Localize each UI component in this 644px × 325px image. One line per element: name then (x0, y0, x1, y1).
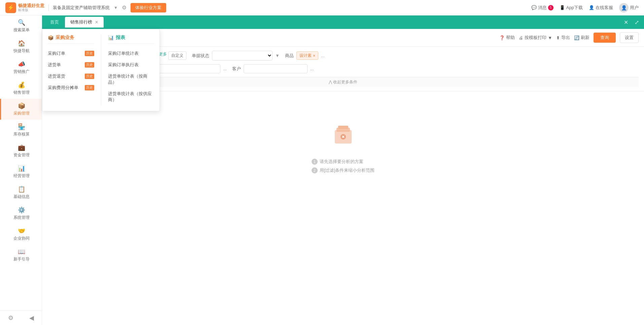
dropdown-item-order-exec[interactable]: 采购订单执行表 (108, 59, 154, 71)
dropdown-item-receipt-by-product[interactable]: 进货单统计表（按商品） (108, 71, 154, 88)
header-right: 💬 消息 5 📱 App下载 👤 在线客服 👤 用户 (531, 3, 639, 12)
operations-icon: 📊 (18, 165, 25, 172)
dropdown-item-purchase-expense[interactable]: 采购费用分摊单 历史 (48, 82, 94, 93)
purchase-col-label: 采购业务 (56, 35, 74, 41)
help-action[interactable]: ❓ 帮助 (499, 35, 515, 41)
export-action[interactable]: ⬆ 导出 (556, 35, 570, 41)
sidebar-item-inventory[interactable]: 🏪 库存核算 (0, 120, 42, 140)
product-filter-group: 商品 设计素 × ... (285, 51, 325, 60)
dropdown-item-receipt-by-supplier[interactable]: 进货单统计表（按供应商） (108, 88, 154, 106)
receipt-by-supplier-label: 进货单统计表（按供应商） (108, 91, 154, 103)
sidebar-item-search[interactable]: 🔍 搜索菜单 (0, 15, 42, 36)
tab-home[interactable]: 首页 (45, 17, 64, 28)
customer-input[interactable] (244, 64, 308, 73)
avatar: 👤 (619, 3, 629, 12)
sidebar-label-guide: 新手引导 (13, 256, 30, 262)
dropdown-item-goods-receipt[interactable]: 进货单 历史 (48, 59, 94, 71)
doc-status-group: 单据状态 ▼ (192, 51, 280, 60)
purchase-icon: 📦 (18, 102, 25, 110)
empty-hints: 1 请先选择要分析的方案 2 用[过滤]条件来缩小分析范围 (312, 159, 374, 173)
online-service-label: 在线客服 (596, 5, 613, 11)
system-title-dropdown[interactable]: ▼ (114, 5, 118, 10)
sidebar-item-sales[interactable]: 💰 销售管理 (0, 78, 42, 99)
user-label: 用户 (630, 5, 639, 11)
print-action[interactable]: 🖨 按模板打印 ▼ (519, 35, 552, 41)
doc-status-more[interactable]: ▼ (275, 53, 280, 58)
dropdown-item-order-stats[interactable]: 采购订单统计表 (108, 48, 154, 59)
sidebar: 🔍 搜索菜单 🏠 快捷导航 📣 营销推广 💰 销售管理 📦 采购管理 🏪 库存核… (0, 15, 42, 325)
sidebar-label-marketing: 营销推广 (13, 69, 30, 75)
shortcut-more[interactable]: 更多 (159, 51, 167, 60)
user-action[interactable]: 👤 用户 (619, 3, 639, 12)
hint-text-1: 请先选择要分析的方案 (320, 159, 363, 165)
collapse-label: ⋀ 收起更多条件 (329, 80, 357, 84)
product-tag-close[interactable]: × (313, 53, 315, 58)
purchase-col-title: 📦 采购业务 (48, 35, 94, 44)
service-icon: 👤 (589, 5, 594, 10)
tab-close-icon[interactable]: ✕ (95, 20, 98, 25)
marketing-icon: 📣 (18, 60, 25, 68)
dropdown-menu: 📦 采购业务 采购订单 历史 进货单 历史 进货退货 历史 采购费用分摊单 历史… (42, 29, 160, 111)
phone-icon: 📱 (560, 5, 565, 10)
online-service-action[interactable]: 👤 在线客服 (589, 5, 613, 11)
basic-info-icon: 📋 (18, 186, 25, 193)
inventory-icon: 🏪 (18, 123, 25, 130)
sidebar-item-purchase[interactable]: 📦 采购管理 (0, 99, 42, 120)
tab-sales-rank-label: 销售排行榜 (70, 19, 92, 25)
sidebar-item-operations[interactable]: 📊 经营管理 (0, 161, 42, 182)
sidebar-item-enterprise[interactable]: 🤝 企业协同 (0, 224, 42, 245)
system-icon: ⚙️ (18, 206, 25, 214)
settings-button[interactable]: 设置 (620, 32, 639, 43)
sidebar-item-marketing[interactable]: 📣 营销推广 (0, 57, 42, 78)
sidebar-item-system[interactable]: ⚙️ 系统管理 (0, 203, 42, 224)
tab-maximize-btn[interactable]: ⤢ (632, 17, 641, 27)
refresh-icon: 🔄 (574, 35, 579, 40)
sidebar-item-finance[interactable]: 💼 资金管理 (0, 140, 42, 161)
sidebar-label-search: 搜索菜单 (13, 27, 30, 33)
dropdown-item-goods-return[interactable]: 进货退货 历史 (48, 71, 94, 82)
sidebar-item-quick-nav[interactable]: 🏠 快捷导航 (0, 36, 42, 57)
tab-sales-rank[interactable]: 销售排行榜 ✕ (65, 17, 104, 28)
dropdown-divider (101, 35, 101, 106)
print-dropdown-icon[interactable]: ▼ (548, 35, 552, 40)
product-tag: 设计素 × (296, 51, 318, 60)
sidebar-label-purchase: 采购管理 (13, 111, 30, 116)
salesperson-input[interactable] (156, 64, 220, 73)
sidebar-settings-btn[interactable]: ⚙ (8, 314, 13, 322)
customer-label: 客户 (232, 66, 241, 72)
industry-btn[interactable]: 体验行业方案 (131, 3, 166, 12)
message-icon: 💬 (531, 5, 537, 10)
enterprise-icon: 🤝 (18, 227, 25, 235)
query-button[interactable]: 查询 (594, 33, 616, 43)
purchase-expense-label: 采购费用分摊单 (48, 85, 78, 91)
product-more[interactable]: ... (321, 53, 325, 58)
purchase-col: 📦 采购业务 采购订单 历史 进货单 历史 进货退货 历史 采购费用分摊单 历史 (48, 35, 94, 106)
customer-more[interactable]: ... (310, 66, 314, 71)
notification-action[interactable]: 💬 消息 5 (531, 5, 553, 11)
logo-sub: 标准版 (18, 8, 44, 12)
sidebar-item-guide[interactable]: 📖 新手引导 (0, 245, 42, 266)
app-download-action[interactable]: 📱 App下载 (560, 5, 583, 11)
goods-return-history: 历史 (85, 74, 94, 79)
app-download-label: App下载 (566, 5, 583, 11)
report-col-label: 报表 (116, 35, 125, 41)
doc-status-label: 单据状态 (192, 53, 209, 59)
tab-home-label: 首页 (50, 19, 59, 25)
hint-1: 1 请先选择要分析的方案 (312, 159, 374, 165)
logo-text: 畅捷通好生意 标准版 (18, 3, 44, 12)
sales-icon: 💰 (18, 81, 25, 89)
refresh-action[interactable]: 🔄 刷新 (574, 35, 589, 41)
shortcut-custom[interactable]: 自定义 (168, 51, 186, 60)
sidebar-label-enterprise: 企业协同 (13, 236, 30, 241)
report-col-icon: 📊 (108, 35, 114, 40)
sidebar-collapse-btn[interactable]: ◀ (29, 314, 34, 322)
top-header: ⚡ 畅捷通好生意 标准版 装备及固定资产辅助管理系统 ▼ ⚙ 体验行业方案 💬 … (0, 0, 644, 15)
sidebar-item-basic-info[interactable]: 📋 基础信息 (0, 182, 42, 203)
dropdown-item-purchase-order[interactable]: 采购订单 历史 (48, 48, 94, 59)
doc-status-select[interactable] (212, 51, 273, 60)
header-divider (48, 4, 49, 11)
tab-close-window-btn[interactable]: ✕ (621, 17, 631, 27)
guide-icon: 📖 (18, 248, 25, 255)
settings-icon[interactable]: ⚙ (122, 4, 127, 11)
salesperson-more[interactable]: ... (223, 66, 227, 71)
